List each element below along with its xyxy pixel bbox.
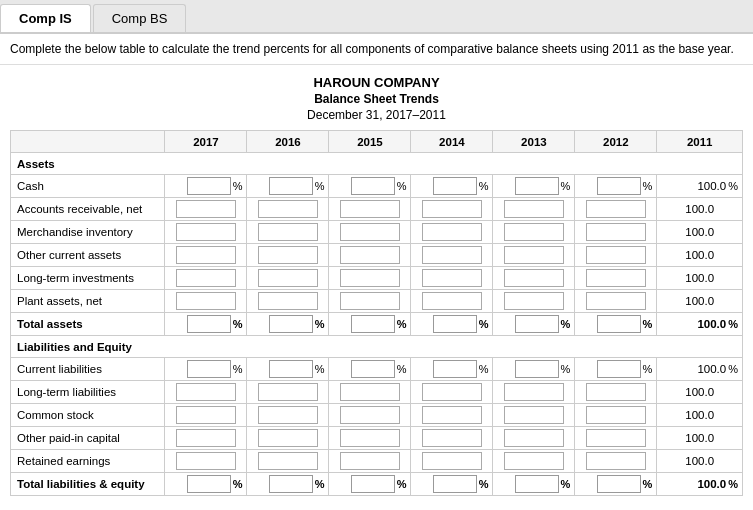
- input-ta-2015[interactable]: [351, 315, 395, 333]
- cell-cl-2013[interactable]: %: [493, 358, 575, 381]
- input-cl-2017[interactable]: [187, 360, 231, 378]
- cell-inv-2012[interactable]: [575, 221, 657, 244]
- cell-ltl-2015[interactable]: [329, 381, 411, 404]
- cell-pa-2014[interactable]: [411, 290, 493, 313]
- input-opi-2017[interactable]: [176, 429, 236, 447]
- cell-inv-2014[interactable]: [411, 221, 493, 244]
- input-lti-2013[interactable]: [504, 269, 564, 287]
- cell-inv-2013[interactable]: [493, 221, 575, 244]
- cell-ltl-2014[interactable]: [411, 381, 493, 404]
- tab-comp-is[interactable]: Comp IS: [0, 4, 91, 32]
- cell-opi-2015[interactable]: [329, 427, 411, 450]
- input-lti-2014[interactable]: [422, 269, 482, 287]
- cell-lti-2015[interactable]: [329, 267, 411, 290]
- cell-ta-2015[interactable]: %: [329, 313, 411, 336]
- input-cl-2012[interactable]: [597, 360, 641, 378]
- cell-ta-2016[interactable]: %: [247, 313, 329, 336]
- cell-cs-2012[interactable]: [575, 404, 657, 427]
- input-ar-2013[interactable]: [504, 200, 564, 218]
- input-tle-2012[interactable]: [597, 475, 641, 493]
- input-ta-2014[interactable]: [433, 315, 477, 333]
- cell-cs-2014[interactable]: [411, 404, 493, 427]
- cell-ar-2014[interactable]: [411, 198, 493, 221]
- input-inv-2014[interactable]: [422, 223, 482, 241]
- cell-re-2016[interactable]: [247, 450, 329, 473]
- input-ta-2016[interactable]: [269, 315, 313, 333]
- input-ltl-2014[interactable]: [422, 383, 482, 401]
- cell-pa-2013[interactable]: [493, 290, 575, 313]
- cell-cl-2015[interactable]: %: [329, 358, 411, 381]
- cell-inv-2017[interactable]: [165, 221, 247, 244]
- input-cash-2016[interactable]: [269, 177, 313, 195]
- input-cl-2015[interactable]: [351, 360, 395, 378]
- cell-cash-2017[interactable]: %: [165, 175, 247, 198]
- cell-opi-2017[interactable]: [165, 427, 247, 450]
- input-cs-2016[interactable]: [258, 406, 318, 424]
- cell-re-2012[interactable]: [575, 450, 657, 473]
- cell-cs-2015[interactable]: [329, 404, 411, 427]
- input-ar-2017[interactable]: [176, 200, 236, 218]
- cell-ltl-2012[interactable]: [575, 381, 657, 404]
- cell-ta-2013[interactable]: %: [493, 313, 575, 336]
- input-inv-2013[interactable]: [504, 223, 564, 241]
- input-oca-2014[interactable]: [422, 246, 482, 264]
- input-oca-2012[interactable]: [586, 246, 646, 264]
- input-ltl-2013[interactable]: [504, 383, 564, 401]
- input-re-2017[interactable]: [176, 452, 236, 470]
- cell-inv-2015[interactable]: [329, 221, 411, 244]
- input-oca-2013[interactable]: [504, 246, 564, 264]
- cell-ar-2017[interactable]: [165, 198, 247, 221]
- cell-oca-2013[interactable]: [493, 244, 575, 267]
- input-tle-2017[interactable]: [187, 475, 231, 493]
- cell-pa-2017[interactable]: [165, 290, 247, 313]
- cell-tle-2014[interactable]: %: [411, 473, 493, 496]
- input-ar-2012[interactable]: [586, 200, 646, 218]
- cell-cl-2017[interactable]: %: [165, 358, 247, 381]
- input-tle-2013[interactable]: [515, 475, 559, 493]
- input-cs-2014[interactable]: [422, 406, 482, 424]
- input-cash-2014[interactable]: [433, 177, 477, 195]
- input-tle-2014[interactable]: [433, 475, 477, 493]
- input-opi-2015[interactable]: [340, 429, 400, 447]
- input-lti-2016[interactable]: [258, 269, 318, 287]
- input-ltl-2015[interactable]: [340, 383, 400, 401]
- cell-opi-2012[interactable]: [575, 427, 657, 450]
- cell-inv-2016[interactable]: [247, 221, 329, 244]
- input-cash-2012[interactable]: [597, 177, 641, 195]
- cell-tle-2015[interactable]: %: [329, 473, 411, 496]
- input-opi-2013[interactable]: [504, 429, 564, 447]
- cell-cs-2017[interactable]: [165, 404, 247, 427]
- input-ltl-2017[interactable]: [176, 383, 236, 401]
- cell-ta-2012[interactable]: %: [575, 313, 657, 336]
- input-ltl-2016[interactable]: [258, 383, 318, 401]
- cell-lti-2014[interactable]: [411, 267, 493, 290]
- input-pa-2013[interactable]: [504, 292, 564, 310]
- input-re-2015[interactable]: [340, 452, 400, 470]
- cell-re-2013[interactable]: [493, 450, 575, 473]
- cell-oca-2014[interactable]: [411, 244, 493, 267]
- input-pa-2014[interactable]: [422, 292, 482, 310]
- input-ar-2014[interactable]: [422, 200, 482, 218]
- input-inv-2015[interactable]: [340, 223, 400, 241]
- input-oca-2015[interactable]: [340, 246, 400, 264]
- cell-tle-2013[interactable]: %: [493, 473, 575, 496]
- input-cash-2015[interactable]: [351, 177, 395, 195]
- cell-cash-2015[interactable]: %: [329, 175, 411, 198]
- cell-ar-2015[interactable]: [329, 198, 411, 221]
- cell-pa-2015[interactable]: [329, 290, 411, 313]
- input-ta-2012[interactable]: [597, 315, 641, 333]
- input-cs-2012[interactable]: [586, 406, 646, 424]
- cell-oca-2016[interactable]: [247, 244, 329, 267]
- input-cash-2013[interactable]: [515, 177, 559, 195]
- input-re-2014[interactable]: [422, 452, 482, 470]
- cell-lti-2017[interactable]: [165, 267, 247, 290]
- cell-cash-2013[interactable]: %: [493, 175, 575, 198]
- cell-ltl-2013[interactable]: [493, 381, 575, 404]
- cell-oca-2017[interactable]: [165, 244, 247, 267]
- cell-tle-2016[interactable]: %: [247, 473, 329, 496]
- tab-comp-bs[interactable]: Comp BS: [93, 4, 187, 32]
- input-cash-2017[interactable]: [187, 177, 231, 195]
- cell-cash-2012[interactable]: %: [575, 175, 657, 198]
- cell-ltl-2016[interactable]: [247, 381, 329, 404]
- cell-tle-2012[interactable]: %: [575, 473, 657, 496]
